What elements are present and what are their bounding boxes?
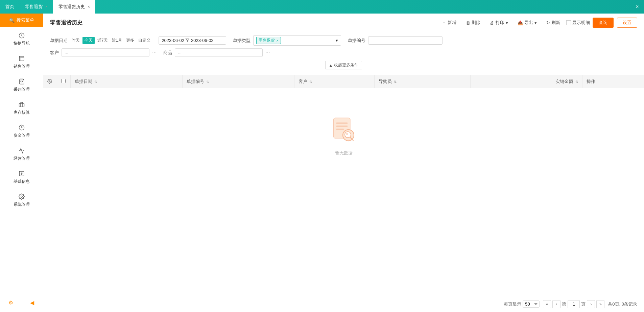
date-option-7days[interactable]: 近7天 (96, 37, 109, 44)
empty-text: 暂无数据 (335, 150, 353, 156)
th-date[interactable]: 单据日期 ⇅ (70, 75, 182, 88)
print-button[interactable]: 🖨 打印 ▾ (486, 18, 511, 27)
collapse-button[interactable]: ▲ 收起更多条件 (325, 61, 362, 69)
new-button[interactable]: ＋ 新增 (438, 18, 460, 27)
page-total-info: 共0页, 0条记录 (608, 301, 637, 307)
sidebar-item-purchase-label: 采购管理 (14, 87, 30, 92)
sidebar-settings-button[interactable]: ⚙ (5, 297, 16, 308)
date-option-more[interactable]: 更多 (125, 37, 136, 44)
page-title-row: 零售退货历史 ＋ 新增 🗑 删除 🖨 打印 ▾ (50, 18, 637, 28)
th-guide[interactable]: 导购员 ⇅ (374, 75, 470, 88)
collapse-icon: ▲ (329, 63, 333, 68)
export-dropdown-icon: ▾ (534, 20, 537, 25)
content-area: 零售退货历史 ＋ 新增 🗑 删除 🖨 打印 ▾ (43, 14, 644, 312)
customer-input[interactable] (62, 48, 149, 57)
svg-point-15 (346, 133, 348, 135)
per-page-dropdown[interactable]: 20 50 100 (523, 300, 540, 308)
tab-retail-return-close[interactable]: × (45, 4, 48, 9)
date-option-1month[interactable]: 近1月 (111, 37, 124, 44)
sidebar-item-basic-info[interactable]: 基础信息 (0, 165, 43, 188)
refresh-button[interactable]: ↻ 刷新 (543, 18, 564, 27)
pagination-bar: 每页显示 20 50 100 « ‹ 第 页 › » 共0页, 0条记录 (43, 296, 644, 312)
tab-retail-return[interactable]: 零售退货 × (20, 0, 53, 14)
sidebar-item-sales[interactable]: 销售管理 (0, 50, 43, 73)
nav-tabs: 首页 零售退货 × 零售退货历史 × (0, 0, 630, 14)
number-input[interactable] (368, 36, 443, 45)
page-number-input[interactable] (568, 300, 580, 308)
date-option-custom[interactable]: 自定义 (137, 37, 152, 44)
sidebar-item-quick-nav-label: 快捷导航 (14, 41, 30, 46)
customer-ellipsis[interactable]: ··· (152, 50, 157, 56)
tab-retail-return-history[interactable]: 零售退货历史 × (53, 0, 95, 14)
date-range-input[interactable] (159, 36, 226, 45)
sidebar-collapse-button[interactable]: ◀ (27, 297, 38, 308)
filter-customer-label: 客户 (50, 50, 59, 56)
export-icon: 📤 (518, 20, 523, 25)
th-actions-label: 操作 (587, 79, 595, 84)
goods-input[interactable] (175, 48, 263, 57)
svg-point-7 (49, 81, 50, 82)
svg-point-6 (21, 196, 22, 198)
sidebar-item-system[interactable]: 系统管理 (0, 188, 43, 211)
th-checkbox[interactable] (57, 75, 70, 88)
svg-rect-9 (336, 122, 348, 124)
page-unit-label: 页 (581, 301, 586, 307)
type-tag-close[interactable]: × (276, 39, 278, 43)
sidebar-item-operations-label: 经营管理 (14, 156, 30, 161)
delete-button[interactable]: 🗑 删除 (462, 18, 484, 27)
page-last-button[interactable]: » (596, 300, 604, 308)
new-icon: ＋ (442, 20, 446, 26)
select-all-checkbox[interactable] (61, 79, 66, 83)
purchase-icon (18, 78, 25, 85)
th-amount[interactable]: 实销金额 ⇅ (470, 75, 582, 88)
th-actions: 操作 (582, 75, 644, 88)
page-label: 第 (562, 301, 566, 307)
sales-icon (18, 55, 25, 62)
page-first-button[interactable]: « (543, 300, 551, 308)
collapse-label: 收起更多条件 (334, 62, 358, 68)
page-title: 零售退货历史 (50, 19, 82, 26)
th-settings[interactable] (43, 75, 57, 88)
export-button[interactable]: 📤 导出 ▾ (514, 18, 540, 27)
system-icon (18, 193, 25, 200)
display-switch[interactable]: 显示明细 (566, 20, 590, 26)
th-amount-sort: ⇅ (575, 80, 578, 84)
sidebar-item-finance[interactable]: 资金管理 (0, 119, 43, 142)
main-layout: 🔍 搜索菜单 快捷导航 销售管理 采购管理 库存核算 (0, 14, 644, 312)
inventory-icon (18, 101, 25, 108)
tab-home[interactable]: 首页 (0, 0, 20, 14)
date-option-yesterday[interactable]: 昨天 (70, 37, 81, 44)
sidebar-bottom: ⚙ ◀ (0, 293, 43, 312)
sidebar-search[interactable]: 🔍 搜索菜单 (0, 14, 43, 27)
sidebar-item-operations[interactable]: 经营管理 (0, 142, 43, 165)
filter-type: 单据类型 零售退货 × ▾ (233, 35, 341, 46)
filter-date-options: 昨天 今天 近7天 近1月 更多 自定义 (70, 37, 152, 44)
sidebar-item-sales-label: 销售管理 (14, 64, 30, 69)
sidebar-item-quick-nav[interactable]: 快捷导航 (0, 27, 43, 50)
sidebar-item-purchase[interactable]: 采购管理 (0, 73, 43, 96)
print-icon: 🖨 (490, 20, 494, 25)
sidebar-item-inventory[interactable]: 库存核算 (0, 96, 43, 119)
goods-ellipsis[interactable]: ··· (265, 50, 270, 56)
filter-type-label: 单据类型 (233, 38, 251, 44)
th-number[interactable]: 单据编号 ⇅ (182, 75, 294, 88)
th-number-label: 单据编号 (187, 79, 204, 84)
th-number-sort: ⇅ (206, 80, 209, 84)
page-header: 零售退货历史 ＋ 新增 🗑 删除 🖨 打印 ▾ (43, 14, 644, 75)
th-customer[interactable]: 客户 ⇅ (294, 75, 374, 88)
filter-area: 单据日期 昨天 今天 近7天 近1月 更多 自定义 (50, 32, 637, 75)
delete-icon: 🗑 (466, 20, 470, 25)
settings-button[interactable]: 设置 (617, 18, 637, 28)
finance-icon (18, 124, 25, 131)
page-nav: « ‹ 第 页 › » (543, 300, 604, 308)
date-option-today[interactable]: 今天 (82, 37, 95, 44)
filter-customer: 客户 ··· (50, 48, 157, 57)
display-switch-checkbox[interactable] (566, 20, 571, 25)
filter-type-select[interactable]: 零售退货 × ▾ (253, 35, 341, 46)
page-next-button[interactable]: › (587, 300, 595, 308)
window-close-button[interactable]: × (630, 0, 644, 14)
query-button[interactable]: 查询 (593, 18, 614, 28)
tab-retail-return-history-close[interactable]: × (88, 4, 90, 9)
page-prev-button[interactable]: ‹ (552, 300, 560, 308)
type-tag-label: 零售退货 (259, 38, 275, 43)
